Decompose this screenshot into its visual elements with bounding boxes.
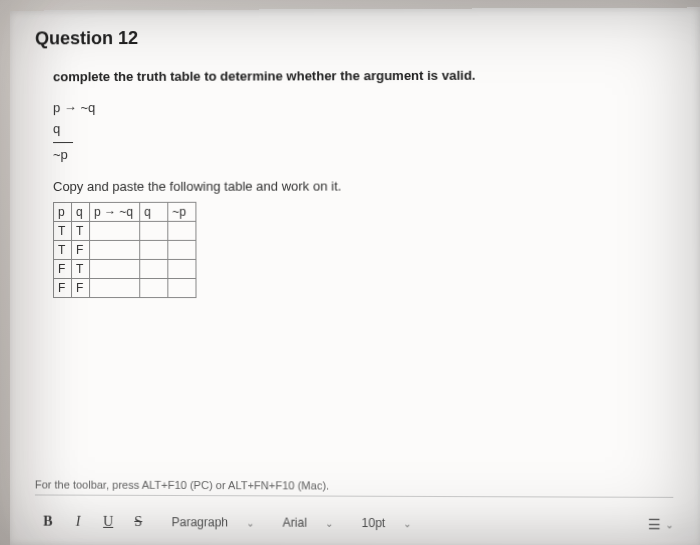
col-p-implies-notq: p → ~q <box>90 203 140 222</box>
chevron-down-icon: ⌄ <box>325 517 333 528</box>
argument-premise-1: p → ~q <box>53 96 671 119</box>
question-content: complete the truth table to determine wh… <box>35 67 672 299</box>
table-row: F F <box>54 279 197 298</box>
strikethrough-button[interactable]: S <box>125 510 151 534</box>
col-q2: q <box>140 203 168 222</box>
italic-button[interactable]: I <box>65 510 91 534</box>
editor-toolbar: B I U S Paragraph ⌄ Arial ⌄ 10pt ⌄ ☰ ⌄ <box>35 502 674 545</box>
paragraph-style-select[interactable]: Paragraph ⌄ <box>163 510 262 535</box>
table-row: F T <box>54 260 196 279</box>
font-family-label: Arial <box>283 516 307 530</box>
col-notp: ~p <box>168 203 196 222</box>
list-icon: ☰ <box>648 516 661 532</box>
table-header-row: p q p → ~q q ~p <box>54 203 196 222</box>
bold-button[interactable]: B <box>35 510 61 534</box>
toolbar-hint: For the toolbar, press ALT+F10 (PC) or A… <box>35 478 673 497</box>
font-size-label: 10pt <box>362 516 386 530</box>
col-q: q <box>72 203 90 222</box>
question-page: Question 12 complete the truth table to … <box>10 7 700 545</box>
argument-premise-2: q <box>53 117 671 139</box>
font-family-select[interactable]: Arial ⌄ <box>274 511 341 536</box>
editor-toolbar-area: For the toolbar, press ALT+F10 (PC) or A… <box>35 478 674 545</box>
chevron-down-icon: ⌄ <box>665 519 673 530</box>
argument-conclusion: ~p <box>53 143 672 165</box>
instruction-text: complete the truth table to determine wh… <box>53 67 671 84</box>
list-button[interactable]: ☰ ⌄ <box>648 516 674 532</box>
question-title: Question 12 <box>35 26 671 50</box>
underline-button[interactable]: U <box>95 510 121 534</box>
font-size-select[interactable]: 10pt ⌄ <box>353 511 419 536</box>
sub-instruction-text: Copy and paste the following table and w… <box>53 178 672 194</box>
col-p: p <box>54 203 72 222</box>
chevron-down-icon: ⌄ <box>246 517 254 528</box>
chevron-down-icon: ⌄ <box>404 518 412 529</box>
table-row: T F <box>54 241 196 260</box>
paragraph-style-label: Paragraph <box>172 515 229 529</box>
truth-table: p q p → ~q q ~p T T T F F <box>53 202 197 298</box>
table-row: T T <box>54 222 196 241</box>
argument-rule-line <box>53 142 73 143</box>
argument-block: p → ~q q ~p <box>53 96 672 165</box>
